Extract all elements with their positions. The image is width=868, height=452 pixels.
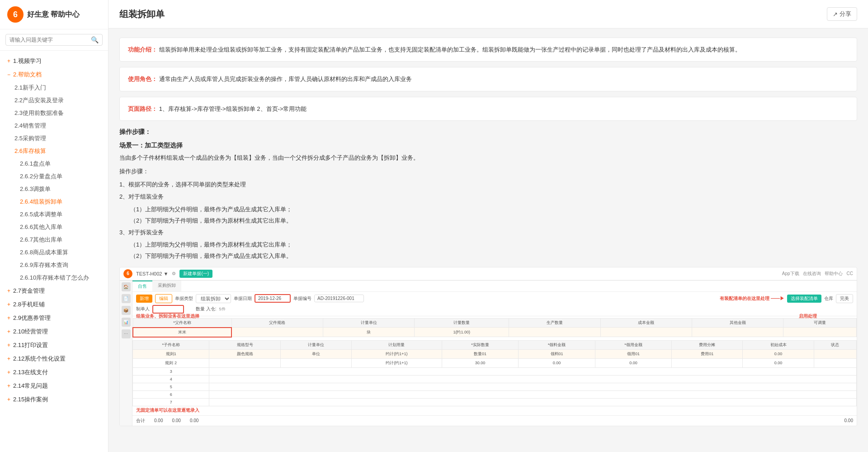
sidebar-item-cost-adj[interactable]: 2.6.5成本调整单 — [0, 208, 108, 221]
search-icon[interactable]: 🔍 — [91, 36, 99, 43]
feature-intro-text: 组装拆卸单用来处理企业组装或拆卸等加工业务，支持有固定装配清单的产品加工业务，也… — [159, 46, 741, 53]
mock-cell-pick1: 领料01 — [519, 349, 595, 358]
mock-cell-initcost1: 0.00 — [743, 349, 814, 358]
mock-tab-caigou[interactable]: 采购拆卸 — [152, 281, 181, 291]
mock-cell-plan1: 约计(约1+1) — [351, 349, 442, 358]
mock-cell-unit-l1: 单位 — [280, 349, 351, 358]
mock-cell-status2 — [814, 358, 856, 367]
table-row: 4 — [133, 375, 857, 383]
sidebar-item-print[interactable]: + 2.11打印设置 — [0, 338, 108, 352]
sidebar-item-data-prep[interactable]: 2.3使用前数据准备 — [0, 107, 108, 119]
expand-icon: + — [7, 315, 10, 321]
mock-cell-child1: 规则1 — [133, 349, 209, 358]
mock-cell-n3: 3 — [133, 367, 209, 375]
mock-th-status: 状态 — [814, 340, 856, 349]
sidebar-item-faq[interactable]: + 2.14常见问题 — [0, 379, 108, 393]
mock-cell-empty4 — [209, 375, 857, 383]
step2-1: （1）上部明细为父件明细，最终作为产成品生成其它入库单； — [130, 204, 857, 214]
sidebar-item-ledger-fix[interactable]: 2.6.10库存账本错了怎么办 — [0, 271, 108, 284]
sidebar-item-sales[interactable]: 2.4销售管理 — [0, 119, 108, 132]
mock-logo-icon: 6 — [123, 269, 132, 278]
main-header: 组装拆卸单 ↗ 分享 — [108, 0, 868, 29]
sidebar-item-assembly[interactable]: 2.6.4组装拆卸单 — [0, 195, 108, 208]
mock-cell-avail — [783, 328, 857, 337]
share-button[interactable]: ↗ 分享 — [827, 7, 857, 21]
mock-type-select[interactable]: 组装拆卸 — [196, 294, 231, 303]
sidebar-item-install[interactable]: 2.2产品安装及登录 — [0, 94, 108, 107]
share-label: 分享 — [840, 10, 851, 18]
mock-cell-alloc2 — [672, 358, 743, 367]
mock-footer: 合计 0.00 0.00 0.00 0.00 — [132, 415, 857, 426]
sidebar-item-beginner[interactable]: 2.1新手入门 — [0, 81, 108, 94]
search-input[interactable] — [9, 37, 91, 43]
mock-cell-empty6 — [209, 390, 857, 398]
mock-nav-area: 🏠 📄 📦 📊 ⋯ 自售 采购拆卸 — [120, 281, 857, 426]
sidebar-item-stock-check[interactable]: 2.6.1盘点单 — [0, 157, 108, 170]
mock-edit-btn[interactable]: 编辑 — [155, 294, 172, 303]
mock-annotation-handle: 启用处理 — [799, 313, 817, 319]
sidebar-item-ledger-query[interactable]: 2.6.9库存账本查询 — [0, 259, 108, 271]
sidebar-sub-label: 2.1新手入门 — [14, 84, 46, 92]
mock-upper-table-area: *父件名称 父件规格 计量单位 计量数量 生产数量 成本金额 其他金额 可调量 — [132, 318, 857, 338]
mock-cell-alloc1: 费用01 — [672, 349, 743, 358]
mock-cell-unit: 块 — [323, 328, 414, 337]
sidebar-item-management[interactable]: + 2.10经营管理 — [0, 325, 108, 338]
sidebar-sub-label: 2.6.2分量盘点单 — [20, 172, 62, 181]
sidebar-item-inventory[interactable]: 2.6库存核算 — [0, 145, 108, 157]
mock-complete-btn[interactable]: 完美 — [836, 294, 853, 303]
sidebar-item-docs[interactable]: − 2.帮助文档 — [0, 68, 108, 81]
mock-upper-table: *父件名称 父件规格 计量单位 计量数量 生产数量 成本金额 其他金额 可调量 — [132, 318, 857, 338]
mock-cell-actual2: 30.00 — [442, 358, 518, 367]
sidebar-item-cost-recalc[interactable]: 2.6.8商品成本重算 — [0, 246, 108, 259]
table-row: 3 — [133, 367, 857, 375]
sidebar-item-finance[interactable]: + 2.7资金管理 — [0, 284, 108, 298]
sidebar-item-personalize[interactable]: + 2.12系统个性化设置 — [0, 352, 108, 366]
sidebar-item-label: 2.8手机旺铺 — [13, 300, 45, 309]
step3: 3、对于拆装业务 — [119, 227, 857, 238]
mock-label-type: 单据类型 — [175, 295, 193, 302]
sidebar: 6 好生意 帮助中心 🔍 + 1.视频学习 − 2.帮助文档 2.1新手入门 2… — [0, 0, 108, 452]
sidebar-item-label: 2.12系统个性化设置 — [13, 355, 66, 363]
steps-intro2: 操作步骤： — [119, 166, 857, 176]
mock-new-order-btn[interactable]: 新建单据(一) — [179, 270, 212, 278]
role-text: 通常由生产人员或库管人员完成折装业务的操作，库管人员确认原材料的出库和产成品的入… — [159, 76, 412, 82]
mock-add-btn[interactable]: 新增 — [136, 295, 152, 303]
sidebar-sub-label: 2.6.5成本调整单 — [20, 210, 62, 219]
mock-th-alloc: 费用分摊 — [672, 340, 743, 349]
mock-cell-parent-spec — [231, 328, 323, 337]
mock-form-row1: 新增 编辑 单据类型 组装拆卸 单据日期 2019-12-26 单据编号 AD-… — [136, 294, 853, 303]
sidebar-item-cases[interactable]: + 2.15操作案例 — [0, 393, 108, 406]
feature-intro-label: 功能介绍： — [128, 46, 157, 53]
sidebar-item-transfer[interactable]: 2.6.3调拨单 — [0, 183, 108, 195]
expand-icon: + — [7, 342, 10, 348]
mock-box-icon: 📦 — [122, 306, 131, 315]
mock-tab-zishou[interactable]: 自售 — [132, 281, 152, 291]
sidebar-item-coupon[interactable]: + 2.9优惠券管理 — [0, 311, 108, 325]
expand-icon: + — [7, 369, 10, 376]
mock-th-spec-type: 规格型号 — [209, 340, 280, 349]
sidebar-sub-label: 2.6库存核算 — [14, 147, 46, 155]
mock-cell-plan2: 约计(约1+1) — [351, 358, 442, 367]
mock-annotation-type: 组装业务、拆卸业务在这里选择 — [136, 313, 199, 319]
steps-heading: 操作步骤： — [119, 128, 857, 136]
table-row: 规则1 颜色规格 单位 约计(约1+1) 数量01 领料01 领用01 费用01 — [133, 349, 857, 358]
sidebar-sub-label: 2.6.6其他入库单 — [20, 223, 62, 231]
sidebar-item-label: 2.14常见问题 — [13, 382, 48, 390]
step2: 2、对于组装业务 — [119, 191, 857, 202]
sidebar-item-other-out[interactable]: 2.6.7其他出库单 — [0, 233, 108, 246]
mock-th-parent-spec: 父件规格 — [231, 318, 323, 328]
screenshot-mockup: 6 TEST-H002 ▼ ⚙ 新建单据(一) App下载 在线咨询 帮助中心 … — [120, 267, 857, 426]
sidebar-item-label: 2.10经营管理 — [13, 328, 48, 336]
mock-cell-spec2 — [209, 358, 280, 367]
sidebar-item-other-in[interactable]: 2.6.6其他入库单 — [0, 221, 108, 233]
mock-gear-icon: ⚙ — [172, 271, 176, 276]
sidebar-item-online-pay[interactable]: + 2.13在线支付 — [0, 366, 108, 379]
sidebar-item-videos[interactable]: + 1.视频学习 — [0, 54, 108, 68]
mock-choose-bom-btn[interactable]: 选择装配清单 — [787, 295, 821, 303]
expand-icon: + — [7, 301, 10, 308]
mock-cell-other-amt — [692, 328, 783, 337]
sidebar-item-mobile[interactable]: + 2.8手机旺铺 — [0, 298, 108, 311]
sidebar-item-partial-check[interactable]: 2.6.2分量盘点单 — [0, 170, 108, 183]
sidebar-item-purchase[interactable]: 2.5采购管理 — [0, 132, 108, 145]
mock-maker-input[interactable] — [152, 305, 184, 314]
